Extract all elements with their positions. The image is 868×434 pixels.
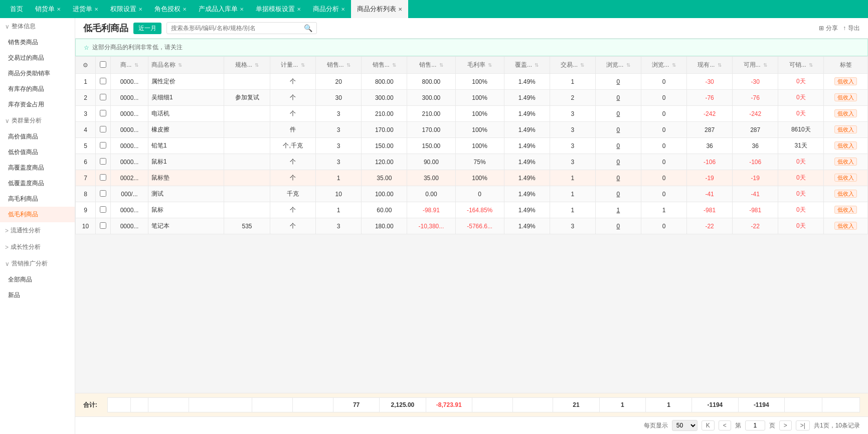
sidebar-item-low-coverage[interactable]: 低覆盖度商品	[0, 176, 75, 191]
sidebar-item-high-profit[interactable]: 高毛利商品	[0, 191, 75, 207]
th-checkbox[interactable]	[96, 57, 111, 74]
row-checkbox[interactable]	[100, 206, 106, 213]
sidebar-group-growth[interactable]: > 成长性分析	[0, 239, 75, 255]
first-page-button[interactable]: K	[702, 420, 715, 430]
table-row: 3 0000... 电话机 个 3 210.00 210.00 100% 1.4…	[76, 106, 868, 122]
cell-checkbox[interactable]	[96, 218, 111, 234]
alert-banner: ☆ 这部分商品的利润非常低，请关注	[75, 39, 868, 56]
cell-unit: 个	[270, 106, 316, 122]
cell-current: -19	[687, 170, 733, 186]
cell-name: 鼠标	[148, 202, 224, 218]
cell-tag: 低收入	[824, 154, 868, 170]
nav-analysis-list[interactable]: 商品分析列表 ✕	[351, 0, 408, 18]
nav-product-in[interactable]: 产成品入库单 ✕	[193, 0, 250, 18]
table-row: 7 0002... 鼠标垫 个 1 35.00 35.00 100% 1.49%…	[76, 170, 868, 186]
cell-saleable: 0天	[778, 170, 824, 186]
share-button[interactable]: ⊞ 分享	[819, 24, 838, 33]
nav-purchase[interactable]: 进货单 ✕	[67, 0, 104, 18]
sidebar-item-low-value[interactable]: 低价值商品	[0, 144, 75, 160]
nav-permission[interactable]: 权限设置 ✕	[104, 0, 148, 18]
sidebar-item-category-rate[interactable]: 商品分类助销率	[0, 66, 75, 81]
th-spec: 规格... ⇅	[224, 57, 270, 74]
sidebar-group-overview[interactable]: ∨ 整体信息	[0, 18, 75, 35]
row-checkbox[interactable]	[100, 94, 106, 100]
per-page-select[interactable]: 20 50 100	[672, 420, 698, 431]
row-checkbox[interactable]	[100, 190, 106, 197]
totals-available: -1194	[738, 398, 784, 412]
close-icon[interactable]: ✕	[57, 7, 61, 12]
top-nav: 首页 销货单 ✕ 进货单 ✕ 权限设置 ✕ 角色授权 ✕ 产成品入库单 ✕ 单据…	[0, 0, 868, 18]
cell-checkbox[interactable]	[96, 154, 111, 170]
row-checkbox[interactable]	[100, 142, 106, 149]
sidebar-item-new-goods[interactable]: 新品	[0, 287, 75, 303]
close-icon[interactable]: ✕	[183, 7, 187, 12]
nav-product-analysis[interactable]: 商品分析 ✕	[307, 0, 351, 18]
page-number-input[interactable]	[745, 420, 765, 430]
cell-checkbox[interactable]	[96, 186, 111, 202]
sidebar-item-traded-goods[interactable]: 交易过的商品	[0, 50, 75, 66]
cell-unit: 个	[270, 170, 316, 186]
nav-home[interactable]: 首页	[4, 0, 29, 18]
search-input[interactable]	[171, 25, 304, 32]
cell-unit: 个	[270, 202, 316, 218]
close-icon[interactable]: ✕	[138, 7, 142, 12]
close-icon[interactable]: ✕	[398, 7, 402, 12]
sidebar-item-low-profit[interactable]: 低毛利商品	[0, 207, 75, 222]
row-checkbox[interactable]	[100, 158, 106, 165]
row-checkbox[interactable]	[100, 222, 106, 229]
last-page-button[interactable]: >|	[796, 420, 810, 430]
cell-checkbox[interactable]	[96, 106, 111, 122]
data-table-container[interactable]: ⚙ 商... ⇅ 商品名称 ⇅ 规格... ⇅ 计量... ⇅ 销售... ⇅ …	[75, 56, 868, 393]
cell-checkbox[interactable]	[96, 138, 111, 154]
totals-current: -1194	[692, 398, 738, 412]
cell-unit: 件	[270, 122, 316, 138]
sidebar-item-high-coverage[interactable]: 高覆盖度商品	[0, 160, 75, 176]
cell-sales-price: 800.00	[362, 74, 407, 90]
cell-checkbox[interactable]	[96, 122, 111, 138]
export-button[interactable]: ↑ 导出	[843, 24, 860, 33]
content-header: 低毛利商品 近一月 🔍 ⊞ 分享 ↑ 导出	[75, 18, 868, 39]
nav-sales[interactable]: 销货单 ✕	[29, 0, 67, 18]
page-summary: 共1页，10条记录	[814, 421, 860, 430]
th-settings[interactable]: ⚙	[76, 57, 96, 74]
cell-checkbox[interactable]	[96, 170, 111, 186]
next-page-button[interactable]: >	[779, 420, 792, 430]
th-sales-qty: 销售... ⇅	[316, 57, 362, 74]
cell-sales-qty: 20	[316, 74, 362, 90]
row-checkbox[interactable]	[100, 126, 106, 132]
cell-checkbox[interactable]	[96, 202, 111, 218]
row-checkbox[interactable]	[100, 78, 106, 84]
prev-page-button[interactable]: <	[719, 420, 731, 430]
close-icon[interactable]: ✕	[240, 7, 244, 12]
close-icon[interactable]: ✕	[94, 7, 98, 12]
select-all-checkbox[interactable]	[100, 61, 106, 68]
row-checkbox[interactable]	[100, 110, 106, 116]
sidebar-item-high-value[interactable]: 高价值商品	[0, 129, 75, 144]
cell-current: -981	[687, 202, 733, 218]
sidebar-group-marketing[interactable]: ∨ 营销推广分析	[0, 255, 75, 272]
sidebar-item-stock-goods[interactable]: 有库存的商品	[0, 81, 75, 97]
nav-role[interactable]: 角色授权 ✕	[148, 0, 193, 18]
cell-tag: 低收入	[824, 218, 868, 234]
nav-template[interactable]: 单据模板设置 ✕	[250, 0, 307, 18]
close-icon[interactable]: ✕	[297, 7, 301, 12]
sidebar-item-all-goods[interactable]: 全部商品	[0, 272, 75, 287]
table-row: 5 0000... 铅笔1 个,千克 3 150.00 150.00 100% …	[76, 138, 868, 154]
cell-checkbox[interactable]	[96, 90, 111, 106]
cell-sales-price: 60.00	[362, 202, 407, 218]
cell-sales-qty: 3	[316, 154, 362, 170]
filter-button[interactable]: 近一月	[133, 23, 161, 34]
cell-sales-amount: 210.00	[407, 106, 455, 122]
close-icon[interactable]: ✕	[341, 7, 345, 12]
totals-sales-price: 2,125.00	[380, 398, 426, 412]
sidebar-item-sales-goods[interactable]: 销售类商品	[0, 35, 75, 50]
cell-checkbox[interactable]	[96, 74, 111, 90]
cell-name: 橡皮擦	[148, 122, 224, 138]
cell-coverage: 1.49%	[504, 122, 550, 138]
row-checkbox[interactable]	[100, 174, 106, 181]
sidebar-group-circulation[interactable]: > 流通性分析	[0, 222, 75, 239]
cell-trade: 1	[550, 186, 595, 202]
cell-unit: 个,千克	[270, 138, 316, 154]
sidebar-item-capital[interactable]: 库存资金占用	[0, 97, 75, 112]
sidebar-group-cluster[interactable]: ∨ 类群量分析	[0, 112, 75, 129]
